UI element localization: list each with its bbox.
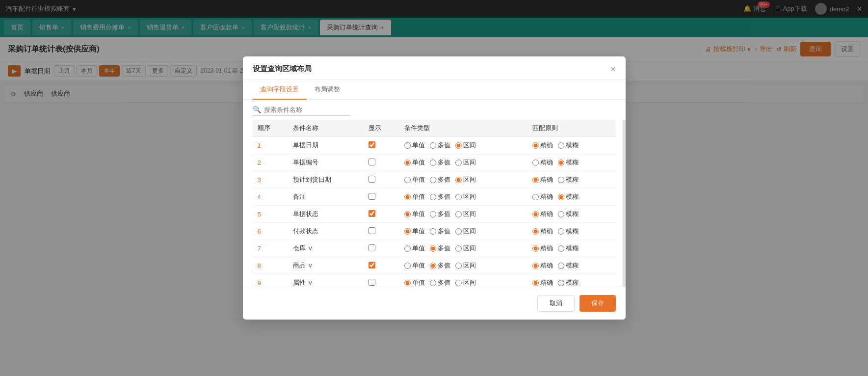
search-input-wrap: 🔍	[253, 106, 351, 107]
settings-dialog: 设置查询区域布局 × 查询字段设置 布局调整 🔍 顺序	[243, 56, 626, 107]
modal-overlay: 设置查询区域布局 × 查询字段设置 布局调整 🔍 顺序	[0, 0, 868, 107]
dialog-close-button[interactable]: ×	[610, 65, 616, 74]
tab-query-fields-label: 查询字段设置	[261, 85, 299, 93]
search-box: 🔍	[243, 100, 626, 107]
dialog-tabs: 查询字段设置 布局调整	[243, 80, 626, 100]
tab-query-fields[interactable]: 查询字段设置	[253, 80, 307, 100]
tab-layout-adjust-label: 布局调整	[315, 85, 340, 93]
search-icon: 🔍	[253, 106, 261, 107]
search-input[interactable]	[264, 106, 342, 107]
tab-layout-adjust[interactable]: 布局调整	[307, 80, 348, 100]
dialog-title: 设置查询区域布局	[253, 64, 312, 74]
dialog-header: 设置查询区域布局 ×	[243, 56, 626, 80]
